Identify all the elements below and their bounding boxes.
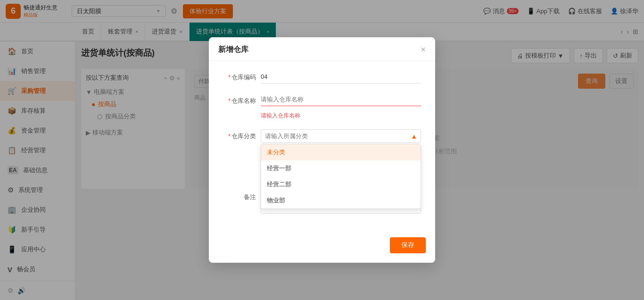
dialog-title: 新增仓库 [218, 45, 248, 55]
new-warehouse-dialog: 新增仓库 × *仓库编码 *仓库名称 请输入仓库名称 *仓库分类 [209, 37, 435, 263]
dialog-save-button[interactable]: 保存 [390, 237, 426, 253]
warehouse-category-row: *仓库分类 ▲ 未分类 经营一部 经营二部 物业部 [223, 129, 421, 143]
warehouse-code-input[interactable] [261, 70, 421, 83]
dialog-footer: 保存 [209, 233, 435, 263]
warehouse-name-row: *仓库名称 请输入仓库名称 [223, 93, 421, 120]
dropdown-option-dept3[interactable]: 物业部 [261, 192, 421, 208]
category-dropdown-list: 未分类 经营一部 经营二部 物业部 [261, 144, 421, 209]
warehouse-name-error: 请输入仓库名称 [261, 112, 300, 120]
warehouse-name-label: *仓库名称 [223, 94, 256, 105]
category-select-arrow-up[interactable]: ▲ [411, 133, 417, 140]
warehouse-category-label: *仓库分类 [223, 129, 256, 141]
dropdown-option-uncategorized[interactable]: 未分类 [261, 144, 421, 160]
dialog-header: 新增仓库 × [209, 37, 435, 61]
warehouse-name-input[interactable] [261, 93, 421, 106]
dropdown-option-dept2[interactable]: 经营二部 [261, 176, 421, 192]
dialog-body: *仓库编码 *仓库名称 请输入仓库名称 *仓库分类 ▲ [209, 61, 435, 233]
dialog-close-button[interactable]: × [421, 45, 426, 55]
warehouse-code-row: *仓库编码 [223, 70, 421, 83]
warehouse-code-label: *仓库编码 [223, 70, 256, 82]
warehouse-category-select-wrapper: ▲ 未分类 经营一部 经营二部 物业部 [261, 129, 421, 143]
warehouse-remark-label: 备注 [223, 190, 256, 201]
dropdown-option-dept1[interactable]: 经营一部 [261, 160, 421, 176]
warehouse-category-input[interactable] [261, 129, 421, 143]
